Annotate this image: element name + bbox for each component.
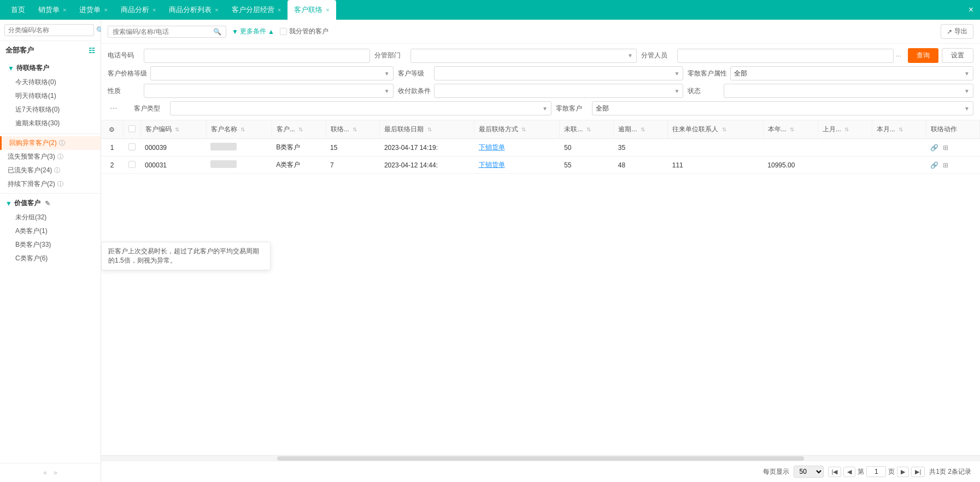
sidebar-item-class-b[interactable]: B类客户(33) bbox=[0, 238, 101, 252]
more-filters-btn[interactable]: ▼ 更多条件 ▲ bbox=[232, 27, 274, 36]
sidebar-pending-title[interactable]: ▼ 待联络客户 bbox=[0, 61, 101, 76]
filter-dept-select[interactable]: ▼ bbox=[410, 49, 637, 63]
sidebar-item-overdue[interactable]: 逾期未联络(30) bbox=[0, 117, 101, 130]
filter-manager-input[interactable] bbox=[677, 49, 894, 63]
filter-phone-field: 电话号码 bbox=[108, 49, 370, 63]
nature-arrow-icon: ▼ bbox=[384, 88, 390, 94]
sidebar-item-7days[interactable]: 近7天待联络(0) bbox=[0, 103, 101, 117]
status-arrow-icon: ▼ bbox=[964, 88, 970, 94]
filter-status-select[interactable]: ▼ bbox=[724, 84, 973, 98]
row1-method-link[interactable]: 下销货单 bbox=[479, 143, 505, 151]
sidebar-item-repurchase-abnormal[interactable]: 回购异常客户(2) ⓘ bbox=[0, 136, 101, 150]
filter-price-grade-select[interactable]: ▼ bbox=[150, 66, 394, 80]
sort-name-icon[interactable]: ⇅ bbox=[240, 126, 245, 132]
nav-tab-purchase[interactable]: 进货单 × bbox=[73, 0, 114, 20]
my-customers-checkbox-area[interactable]: 我分管的客户 bbox=[280, 27, 328, 36]
filter-row-1: 电话号码 分管部门 ▼ 分管人员 ··· 查询 设置 bbox=[108, 48, 973, 63]
sort-contact-num-icon[interactable]: ⇅ bbox=[353, 126, 357, 132]
sidebar-edit-icon[interactable]: ✎ bbox=[45, 200, 50, 207]
sidebar-item-class-c[interactable]: C类客户(6) bbox=[0, 252, 101, 265]
row1-overdue: 35 bbox=[614, 139, 668, 156]
filter-dept-field: 分管部门 ▼ bbox=[374, 49, 637, 63]
sidebar-collapse-icon[interactable]: « bbox=[43, 469, 47, 477]
sidebar-item-declining[interactable]: 持续下滑客户(2) ⓘ bbox=[0, 177, 101, 191]
sort-overdue-icon[interactable]: ⇅ bbox=[641, 126, 645, 132]
close-analysis-tab-icon[interactable]: × bbox=[152, 7, 156, 13]
sort-year-icon[interactable]: ⇅ bbox=[790, 126, 794, 132]
sort-person-icon[interactable]: ⇅ bbox=[722, 126, 726, 132]
row2-contact-person: 111 bbox=[668, 156, 764, 174]
page-last-btn[interactable]: ▶| bbox=[911, 467, 925, 477]
nav-tab-customer-tier[interactable]: 客户分层经营 × bbox=[225, 0, 287, 20]
row2-grid-icon[interactable]: ⊞ bbox=[943, 161, 948, 169]
my-customers-checkbox[interactable] bbox=[280, 28, 287, 35]
sort-last-month-icon[interactable]: ⇅ bbox=[844, 126, 849, 132]
sort-type-icon[interactable]: ⇅ bbox=[298, 126, 303, 132]
row1-grid-icon[interactable]: ⊞ bbox=[943, 144, 948, 152]
sidebar-grid-icon: ☷ bbox=[89, 47, 95, 55]
sidebar-item-class-a[interactable]: A类客户(1) bbox=[0, 224, 101, 238]
sort-date-icon[interactable]: ⇅ bbox=[427, 126, 432, 132]
sidebar-divider-2 bbox=[0, 193, 101, 194]
page-prev-btn[interactable]: ◀ bbox=[843, 467, 855, 477]
col-last-month: 上月... ⇅ bbox=[818, 120, 872, 139]
nav-tab-analysis-list[interactable]: 商品分析列表 × bbox=[162, 0, 225, 20]
sort-method-icon[interactable]: ⇅ bbox=[521, 126, 526, 132]
close-sales-tab-icon[interactable]: × bbox=[63, 7, 66, 13]
sidebar-item-today[interactable]: 今天待联络(0) bbox=[0, 76, 101, 89]
row2-link-icon[interactable]: 🔗 bbox=[930, 161, 938, 169]
close-customer-tier-tab-icon[interactable]: × bbox=[278, 7, 281, 13]
filter-ellipsis-btn[interactable]: ··· bbox=[108, 103, 119, 113]
row2-code: 000031 bbox=[140, 156, 206, 174]
filter-customer-type-select[interactable]: ▼ bbox=[170, 101, 551, 115]
sort-code-icon[interactable]: ⇅ bbox=[175, 126, 179, 132]
sidebar-item-churn-warning[interactable]: 流失预警客户(3) ⓘ bbox=[0, 150, 101, 164]
page-first-btn[interactable]: |◀ bbox=[828, 467, 842, 477]
export-button[interactable]: ↗ 导出 bbox=[941, 24, 973, 39]
filter-phone-input[interactable] bbox=[144, 49, 370, 63]
row2-checkbox[interactable] bbox=[128, 161, 136, 168]
nav-tab-analysis[interactable]: 商品分析 × bbox=[114, 0, 162, 20]
sidebar-expand-icon[interactable]: » bbox=[54, 469, 57, 477]
query-button[interactable]: 查询 bbox=[908, 48, 938, 63]
close-purchase-tab-icon[interactable]: × bbox=[104, 7, 107, 13]
filter-nature-select[interactable]: ▼ bbox=[144, 84, 394, 98]
filter-scattered-customer-select[interactable]: 全部 ▼ bbox=[592, 101, 973, 115]
nav-tab-sales[interactable]: 销货单 × bbox=[32, 0, 73, 20]
more-filters-arrow-icon: ▲ bbox=[268, 28, 274, 36]
info-icon-churn: ⓘ bbox=[57, 153, 63, 161]
sort-unlinked-icon[interactable]: ⇅ bbox=[586, 126, 591, 132]
close-analysis-list-tab-icon[interactable]: × bbox=[215, 7, 218, 13]
settings-icon[interactable]: ⚙ bbox=[109, 126, 115, 133]
sort-this-month-icon[interactable]: ⇅ bbox=[899, 126, 903, 132]
scattered-customer-arrow-icon: ▼ bbox=[964, 106, 970, 112]
sidebar-item-tomorrow[interactable]: 明天待联络(1) bbox=[0, 89, 101, 103]
filter-customer-grade-select[interactable]: ▼ bbox=[434, 66, 684, 80]
sidebar-search-input[interactable] bbox=[4, 24, 94, 36]
row1-checkbox[interactable] bbox=[128, 143, 136, 150]
sidebar-value-group-title[interactable]: ▼ 价值客户 ✎ bbox=[0, 196, 101, 211]
filter-search-input[interactable] bbox=[113, 28, 211, 36]
sidebar-item-ungrouped[interactable]: 未分组(32) bbox=[0, 211, 101, 224]
nav-tab-customer-contact[interactable]: 客户联络 × bbox=[287, 0, 336, 20]
scroll-thumb[interactable] bbox=[277, 456, 805, 461]
filter-payment-select[interactable]: ▼ bbox=[434, 84, 684, 98]
window-close-icon[interactable]: × bbox=[969, 5, 973, 15]
page-next-btn[interactable]: ▶ bbox=[897, 467, 909, 477]
row2-method-link[interactable]: 下销货单 bbox=[479, 161, 505, 169]
close-customer-contact-tab-icon[interactable]: × bbox=[326, 7, 329, 13]
filter-phone-label: 电话号码 bbox=[108, 51, 140, 60]
filter-manager-dots[interactable]: ··· bbox=[894, 52, 903, 60]
select-all-checkbox[interactable] bbox=[128, 125, 136, 132]
per-page-select[interactable]: 50 20 100 bbox=[794, 466, 824, 478]
sidebar-all-customers[interactable]: 全部客户 ☷ bbox=[0, 41, 101, 60]
filter-scattered-attr-select[interactable]: 全部 ▼ bbox=[730, 66, 973, 80]
horizontal-scrollbar[interactable] bbox=[101, 455, 980, 461]
sidebar-item-churned[interactable]: 已流失客户(24) ⓘ bbox=[0, 164, 101, 177]
row1-link-icon[interactable]: 🔗 bbox=[930, 144, 938, 152]
filter-search-icon[interactable]: 🔍 bbox=[213, 28, 221, 36]
setting-button[interactable]: 设置 bbox=[942, 48, 973, 63]
filter-search-box: 🔍 bbox=[108, 26, 226, 38]
current-page-input[interactable] bbox=[866, 466, 886, 477]
nav-tab-home[interactable]: 首页 bbox=[4, 0, 32, 20]
